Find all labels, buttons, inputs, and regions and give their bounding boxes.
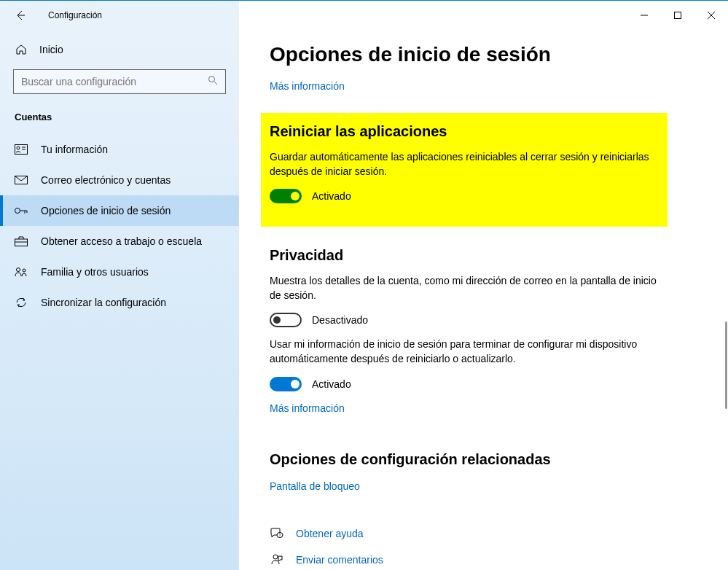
privacy-more-info-link[interactable]: Más información [270,402,345,414]
person-card-icon [15,143,28,156]
sidebar-item-label: Correo electrónico y cuentas [41,174,171,186]
sync-icon [15,296,28,309]
svg-point-18 [23,269,26,272]
restart-apps-section: Reiniciar las aplicaciones Guardar autom… [261,113,668,227]
svg-point-7 [17,147,20,149]
privacy-toggle2-label: Activado [312,378,351,390]
mail-icon [15,173,28,187]
sidebar-item-label: Sincronizar la configuración [41,297,166,308]
sidebar-item-email-accounts[interactable]: Correo electrónico y cuentas [0,165,239,195]
restart-apps-heading: Reiniciar las aplicaciones [270,123,659,140]
window-title: Configuración [48,10,102,20]
feedback-link[interactable]: Enviar comentarios [296,554,383,566]
sidebar: Inicio Cuentas Tu información Correo ele… [0,30,239,570]
home-icon [15,43,28,56]
svg-point-21 [273,555,278,559]
sidebar-item-work-school[interactable]: Obtener acceso a trabajo o escuela [0,226,239,257]
category-title: Cuentas [0,106,239,134]
svg-text:?: ? [279,533,281,537]
svg-rect-15 [15,239,28,246]
privacy-section: Privacidad Muestra los detalles de la cu… [270,247,663,414]
privacy-toggle1-label: Desactivado [312,314,368,326]
sidebar-item-label: Tu información [41,144,108,155]
home-label: Inicio [39,44,63,55]
privacy-signin-info-toggle[interactable] [270,377,302,391]
sidebar-item-sync[interactable]: Sincronizar la configuración [0,287,239,318]
restart-apps-description: Guardar automáticamente las aplicaciones… [270,150,659,179]
more-info-link[interactable]: Más información [270,80,345,92]
sidebar-item-label: Obtener acceso a trabajo o escuela [41,235,202,247]
related-section: Opciones de configuración relacionadas P… [270,451,699,493]
minimize-button[interactable] [627,4,661,27]
sidebar-item-label: Opciones de inicio de sesión [41,205,171,216]
help-links: ? Obtener ayuda Enviar comentarios [270,520,699,570]
svg-point-11 [15,208,20,214]
privacy-desc1: Muestra los detalles de la cuenta, como … [270,274,663,302]
restart-apps-toggle-label: Activado [312,190,351,202]
svg-line-5 [214,82,217,85]
main-content: Opciones de inicio de sesión Más informa… [239,30,728,570]
privacy-heading: Privacidad [270,247,663,264]
briefcase-icon [15,235,28,248]
page-title: Opciones de inicio de sesión [270,43,699,66]
search-icon [208,75,218,88]
close-button[interactable] [694,4,728,27]
search-box[interactable] [13,69,226,94]
sidebar-item-signin-options[interactable]: Opciones de inicio de sesión [0,195,239,226]
maximize-button[interactable] [661,4,694,27]
sidebar-item-your-info[interactable]: Tu información [0,134,239,165]
scrollbar[interactable] [725,321,727,409]
svg-point-4 [209,77,215,82]
restart-apps-toggle[interactable] [270,189,302,203]
svg-point-17 [17,268,20,272]
get-help-link[interactable]: Obtener ayuda [296,528,364,539]
privacy-desc2: Usar mi información de inicio de sesión … [270,337,663,366]
svg-rect-1 [675,12,681,19]
help-icon: ? [270,526,284,541]
sidebar-item-family[interactable]: Familia y otros usuarios [0,257,239,287]
privacy-account-details-toggle[interactable] [270,313,302,327]
home-link[interactable]: Inicio [0,36,239,63]
related-heading: Opciones de configuración relacionadas [270,451,699,468]
lock-screen-link[interactable]: Pantalla de bloqueo [270,480,360,492]
feedback-icon [270,553,284,567]
sidebar-item-label: Familia y otros usuarios [41,266,149,278]
people-icon [15,265,28,278]
back-button[interactable] [13,8,28,23]
key-icon [15,204,28,217]
search-input[interactable] [21,76,208,87]
